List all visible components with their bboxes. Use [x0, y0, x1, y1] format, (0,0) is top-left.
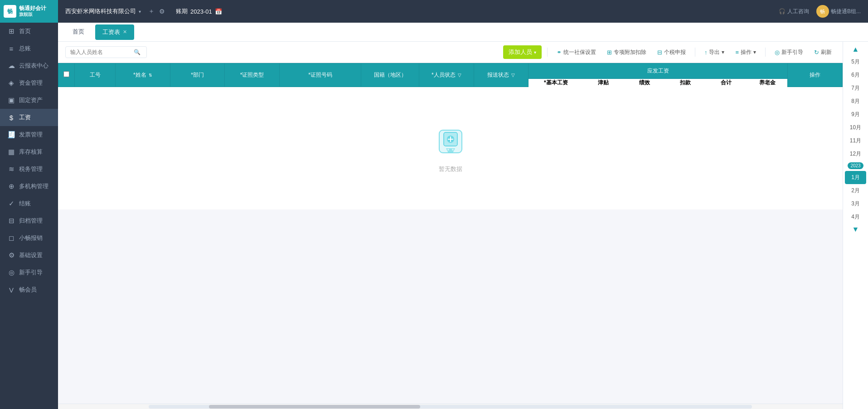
refresh-button[interactable]: ↻ 刷新: [810, 47, 835, 58]
search-icon[interactable]: 🔍: [134, 49, 141, 55]
year-badge: 2023: [848, 162, 863, 169]
period-label: 账期: [176, 7, 188, 15]
tab-payroll[interactable]: 工资表 ✕: [95, 24, 134, 40]
close-accounts-icon: ✓: [7, 200, 15, 208]
sidebar-item-tax[interactable]: ≋ 税务管理: [0, 161, 58, 178]
add-person-button[interactable]: 添加人员 ▾: [503, 45, 542, 59]
bottom-scrollbar[interactable]: [58, 404, 843, 409]
sidebar-label-invoice: 发票管理: [19, 131, 43, 139]
sidebar-label-settings: 基础设置: [19, 251, 43, 259]
period-value: 2023-01: [190, 8, 212, 15]
svg-point-6: [447, 149, 449, 151]
operation-chevron-icon: ▾: [753, 49, 756, 55]
sidebar-label-home: 首页: [19, 27, 31, 35]
guide-toolbar-icon: ◎: [775, 49, 780, 56]
export-button[interactable]: ↑ 导出 ▾: [701, 47, 728, 58]
guide-label: 新手引导: [781, 49, 803, 56]
sidebar-item-settings[interactable]: ⚙ 基础设置: [0, 247, 58, 264]
home-icon: ⊞: [7, 27, 15, 35]
sidebar-label-payroll: 工资: [19, 113, 31, 122]
settings-gear-icon[interactable]: ⚙: [159, 8, 165, 15]
calendar-icon[interactable]: 📅: [215, 8, 222, 15]
cal-month-7[interactable]: 7月: [843, 82, 868, 95]
tax-icon: ≋: [7, 165, 15, 173]
topbar-icons: ＋ ⚙: [148, 7, 165, 15]
logo-icon: 畅: [4, 5, 16, 18]
cal-month-8[interactable]: 8月: [843, 95, 868, 108]
invoice-icon: 🧾: [7, 131, 15, 139]
th-checkbox[interactable]: [58, 63, 75, 87]
cal-month-5[interactable]: 5月: [843, 55, 868, 68]
th-total: 合计: [706, 79, 747, 87]
sidebar-label-inventory: 库存核算: [19, 148, 43, 156]
sidebar-item-guide[interactable]: ◎ 新手引导: [0, 264, 58, 281]
cal-month-9[interactable]: 9月: [843, 108, 868, 121]
sidebar-item-home[interactable]: ⊞ 首页: [0, 23, 58, 40]
sidebar-item-multi-org[interactable]: ⊕ 多机构管理: [0, 178, 58, 195]
th-performance: 绩效: [624, 79, 665, 87]
company-selector[interactable]: 西安虾米网络科技有限公司 ▾: [65, 7, 141, 15]
sidebar-label-close-accounts: 结账: [19, 200, 31, 208]
sidebar-item-cloud[interactable]: ☁ 云报表中心: [0, 57, 58, 74]
operation-label: 操作: [741, 49, 752, 56]
tab-payroll-label: 工资表: [102, 28, 120, 36]
sidebar-item-invoice[interactable]: 🧾 发票管理: [0, 126, 58, 143]
sidebar-item-archive[interactable]: ⊟ 归档管理: [0, 212, 58, 229]
company-chevron-icon: ▾: [139, 9, 141, 14]
special-deduction-button[interactable]: ⊞ 专项附加扣除: [603, 47, 650, 58]
sidebar-item-funds[interactable]: ◈ 资金管理: [0, 74, 58, 92]
side-calendar: ▲ 5月 6月 7月 8月 9月 10月 11月 12月 2023 1月 2月 …: [843, 42, 868, 409]
th-report-status: 报送状态 ▽: [474, 63, 528, 87]
guide-button[interactable]: ◎ 新手引导: [771, 47, 807, 58]
operation-button[interactable]: ≡ 操作 ▾: [732, 47, 760, 58]
cal-month-4[interactable]: 4月: [843, 210, 868, 224]
guide-icon: ◎: [7, 268, 15, 277]
report-status-filter-icon[interactable]: ▽: [511, 73, 515, 78]
settings-icon: ⚙: [7, 251, 15, 259]
name-sort-icon[interactable]: ⇅: [149, 73, 152, 78]
cal-month-12[interactable]: 12月: [843, 147, 868, 161]
funds-icon: ◈: [7, 79, 15, 87]
sidebar-item-inventory[interactable]: ▦ 库存核算: [0, 143, 58, 161]
tab-home[interactable]: 首页: [65, 24, 92, 40]
sidebar-item-ledger[interactable]: ≡ 总账: [0, 40, 58, 57]
cal-month-1[interactable]: 1月: [845, 171, 866, 184]
add-icon[interactable]: ＋: [148, 7, 155, 15]
support-button[interactable]: 🎧 人工咨询: [779, 8, 809, 15]
cal-month-6[interactable]: 6月: [843, 68, 868, 82]
sidebar-item-assets[interactable]: ▣ 固定资产: [0, 92, 58, 109]
cal-month-2[interactable]: 2月: [843, 184, 868, 197]
add-person-label: 添加人员: [509, 48, 532, 56]
table-wrapper: 工号 *姓名 ⇅ *部门 *证照类型: [58, 63, 843, 404]
cal-month-10[interactable]: 10月: [843, 121, 868, 134]
social-security-button[interactable]: ⚭ 统一社保设置: [553, 47, 600, 58]
sidebar-label-ledger: 总账: [19, 44, 31, 53]
th-base-wage: *基本工资: [529, 79, 583, 87]
refresh-label: 刷新: [821, 49, 832, 56]
th-dept: *部门: [170, 63, 224, 87]
divider-1: [547, 48, 548, 57]
personal-tax-button[interactable]: ⊟ 个税申报: [654, 47, 689, 58]
select-all-checkbox[interactable]: [63, 71, 69, 77]
th-wage-group: 应发工资: [529, 63, 788, 79]
cal-month-11[interactable]: 11月: [843, 134, 868, 147]
divider-3: [765, 48, 766, 57]
sidebar-item-member[interactable]: V 畅会员: [0, 281, 58, 298]
calendar-down-arrow[interactable]: ▼: [850, 224, 861, 235]
tab-close-icon[interactable]: ✕: [123, 29, 127, 35]
user-menu[interactable]: 畅 畅捷通B组...: [816, 5, 861, 18]
personal-tax-icon: ⊟: [657, 49, 662, 56]
cal-month-3[interactable]: 3月: [843, 197, 868, 210]
sidebar-item-expense[interactable]: ◻ 小畅报销: [0, 229, 58, 247]
assets-icon: ▣: [7, 96, 15, 104]
person-status-filter-icon[interactable]: ▽: [458, 73, 461, 78]
sidebar-item-payroll[interactable]: $ 工资: [0, 109, 58, 126]
support-icon: 🎧: [779, 8, 786, 15]
calendar-up-arrow[interactable]: ▲: [850, 44, 861, 55]
scrollbar-thumb[interactable]: [209, 405, 420, 409]
app-subtitle: 旗舰版: [19, 11, 46, 18]
user-avatar: 畅: [816, 5, 829, 18]
search-input[interactable]: [70, 49, 134, 55]
sidebar-item-close-accounts[interactable]: ✓ 结账: [0, 195, 58, 212]
sidebar-label-tax: 税务管理: [19, 165, 43, 173]
